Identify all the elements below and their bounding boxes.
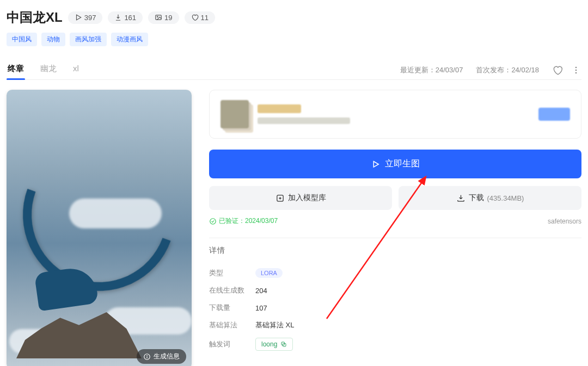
download-button[interactable]: 下载 (435.34MB) xyxy=(399,186,581,210)
svg-point-4 xyxy=(575,69,577,71)
author-name-placeholder xyxy=(258,104,301,113)
detail-row-downloads: 下载量 107 xyxy=(209,299,581,317)
detail-label: 基础算法 xyxy=(209,320,255,330)
stat-likes: 11 xyxy=(185,11,215,24)
trigger-word-badge[interactable]: loong xyxy=(255,338,293,351)
tab-item[interactable]: 幽龙 xyxy=(39,60,58,79)
svg-point-7 xyxy=(147,355,148,356)
more-icon[interactable] xyxy=(571,65,581,76)
detail-row-type: 类型 LORA xyxy=(209,264,581,282)
plus-box-icon xyxy=(275,194,285,203)
follow-button[interactable] xyxy=(538,108,570,121)
generate-button[interactable]: 立即生图 xyxy=(209,150,581,178)
heart-icon xyxy=(191,14,199,21)
file-format: safetensors xyxy=(548,218,581,225)
detail-label: 下载量 xyxy=(209,303,255,313)
detail-row-online-gen: 在线生成数 204 xyxy=(209,282,581,299)
download-icon xyxy=(114,14,122,21)
detail-label: 在线生成数 xyxy=(209,286,255,295)
copy-icon xyxy=(280,341,287,348)
preview-image[interactable]: 生成信息 xyxy=(7,90,192,366)
tag-item[interactable]: 中国风 xyxy=(7,33,37,46)
author-desc-placeholder xyxy=(258,117,350,124)
image-icon xyxy=(155,14,162,21)
generation-info-label: 生成信息 xyxy=(154,352,180,361)
heart-outline-icon[interactable] xyxy=(552,65,563,76)
verified-badge: 已验证：2024/03/07 xyxy=(209,216,278,226)
author-card xyxy=(209,90,581,139)
tag-item[interactable]: 动物 xyxy=(41,33,65,46)
lora-badge: LORA xyxy=(255,268,283,278)
detail-label: 类型 xyxy=(209,268,255,278)
detail-title: 详情 xyxy=(209,246,581,256)
svg-point-2 xyxy=(157,16,158,17)
detail-row-base: 基础算法 基础算法 XL xyxy=(209,317,581,334)
generation-info-badge[interactable]: 生成信息 xyxy=(137,349,186,364)
meta-updated: 最近更新：24/03/07 xyxy=(400,65,463,75)
version-tabs: 终章 幽龙 xl xyxy=(7,60,80,79)
author-avatar[interactable] xyxy=(220,100,249,128)
download-label: 下载 xyxy=(469,193,484,203)
tag-item[interactable]: 动漫画风 xyxy=(111,33,148,46)
detail-value: 204 xyxy=(255,287,267,295)
add-library-button[interactable]: 加入模型库 xyxy=(209,186,392,210)
trigger-word-value: loong xyxy=(261,340,277,348)
page-title: 中国龙XL xyxy=(7,9,63,26)
svg-marker-0 xyxy=(76,15,81,20)
stat-images-value: 19 xyxy=(164,14,172,22)
check-icon xyxy=(209,218,217,225)
play-fill-icon xyxy=(371,159,381,169)
info-icon xyxy=(143,353,151,361)
tag-item[interactable]: 画风加强 xyxy=(70,33,107,46)
svg-point-5 xyxy=(575,72,577,73)
detail-row-trigger: 触发词 loong xyxy=(209,334,581,355)
tag-row: 中国风 动物 画风加强 动漫画风 xyxy=(7,33,581,46)
meta-published: 首次发布：24/02/18 xyxy=(476,65,539,75)
svg-point-10 xyxy=(210,218,216,224)
tab-active[interactable]: 终章 xyxy=(7,60,25,79)
detail-label: 触发词 xyxy=(209,339,255,349)
tab-item[interactable]: xl xyxy=(72,60,80,79)
generate-button-label: 立即生图 xyxy=(385,158,420,170)
play-icon xyxy=(75,14,82,21)
stat-likes-value: 11 xyxy=(201,14,209,22)
stat-downloads: 161 xyxy=(108,11,143,24)
svg-marker-8 xyxy=(373,161,378,167)
detail-section: 详情 类型 LORA 在线生成数 204 下载量 107 基础算法 基础算法 X… xyxy=(209,238,581,355)
stat-images: 19 xyxy=(148,11,179,24)
svg-point-3 xyxy=(575,66,577,68)
download-icon xyxy=(456,194,465,203)
download-size: (435.34MB) xyxy=(487,194,524,202)
stat-plays: 397 xyxy=(68,11,103,24)
detail-value: 107 xyxy=(255,304,267,312)
add-library-label: 加入模型库 xyxy=(288,193,326,203)
stat-downloads-value: 161 xyxy=(124,14,136,22)
stat-plays-value: 397 xyxy=(84,14,96,22)
detail-value: 基础算法 XL xyxy=(255,320,295,330)
